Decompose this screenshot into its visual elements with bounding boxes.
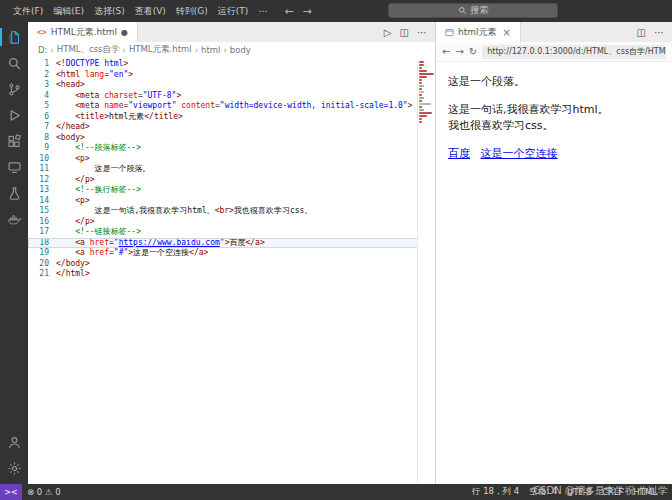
split-editor-icon[interactable]: ◫ [400, 27, 409, 38]
code-line[interactable]: 18 <a href="https://www.baidu.com">百度</a… [28, 238, 435, 249]
menu-item[interactable]: 查看(V) [130, 5, 171, 18]
minimap-line [419, 82, 422, 84]
status-bar-item[interactable]: CRLF [597, 487, 628, 497]
code-line[interactable]: 14 <p> [28, 196, 435, 207]
code-line-text: <meta name="viewport" content="width=dev… [56, 101, 412, 112]
menu-item[interactable]: 转到(G) [171, 5, 213, 18]
minimap-line [419, 97, 424, 99]
line-number: 8 [28, 133, 56, 144]
more-actions-icon[interactable]: ⋯ [417, 27, 427, 38]
code-line[interactable]: 19 <a href="#">这是一个空连接</a> [28, 248, 435, 259]
code-line-text: <a href="#">这是一个空连接</a> [56, 248, 208, 259]
code-line-text: <!DOCTYPE html> [56, 59, 128, 70]
search-box[interactable]: 搜索 [388, 3, 558, 18]
minimap-line [419, 100, 422, 102]
minimap-line [419, 103, 431, 105]
code-line[interactable]: 16 </p> [28, 217, 435, 228]
code-line[interactable]: 17 <!--链接标签--> [28, 227, 435, 238]
activity-bar-top [0, 24, 28, 232]
menu-bar: 文件(F)编辑(E)选择(S)查看(V)转到(G)运行(T)⋯ [0, 5, 272, 18]
code-line-text: <body> [56, 133, 85, 144]
minimap[interactable] [417, 59, 435, 484]
settings-gear-icon[interactable] [0, 455, 28, 481]
source-control-icon[interactable] [0, 76, 28, 102]
line-number: 2 [28, 70, 56, 81]
menu-item[interactable]: 运行(T) [213, 5, 254, 18]
back-arrow-icon[interactable]: ← [284, 5, 293, 18]
explorer-icon[interactable] [0, 24, 28, 50]
breadcrumb-item[interactable]: body [230, 45, 251, 55]
split-preview-icon[interactable]: ◫ [637, 27, 646, 38]
minimap-line [419, 106, 422, 108]
code-line[interactable]: 4 <meta charset="UTF-8"> [28, 91, 435, 102]
minimap-line [419, 73, 434, 75]
code-line[interactable]: 7</head> [28, 122, 435, 133]
code-line[interactable]: 3<head> [28, 80, 435, 91]
preview-back-icon[interactable]: ← [442, 46, 450, 57]
status-bar-item[interactable]: UTF-8 [562, 487, 597, 497]
refresh-icon[interactable]: ↻ [469, 46, 477, 57]
preview-more-icon[interactable]: ⋯ [654, 27, 664, 38]
code-line[interactable]: 9 <!--段落标签--> [28, 143, 435, 154]
editor-tab[interactable]: <> HTML元素.html ● [28, 22, 138, 42]
run-debug-icon[interactable] [0, 102, 28, 128]
code-line[interactable]: 2<html lang="en"> [28, 70, 435, 81]
problems-indicator[interactable]: ⊗ 0 ⚠ 0 [22, 487, 66, 497]
status-bar-item[interactable]: 行 18，列 4 [467, 486, 524, 498]
test-beaker-icon[interactable] [0, 180, 28, 206]
minimap-line [419, 91, 424, 93]
code-line[interactable]: 5 <meta name="viewport" content="width=d… [28, 101, 435, 112]
search-icon[interactable] [0, 50, 28, 76]
empty-link[interactable]: 这是一个空连接 [481, 147, 558, 160]
baidu-link[interactable]: 百度 [448, 147, 470, 160]
line-number: 6 [28, 112, 56, 123]
code-line-text: 这是一句话,我很喜欢学习html。<br>我也很喜欢学习css。 [56, 206, 312, 217]
code-line-text: </p> [56, 217, 95, 228]
run-preview-icon[interactable]: ▷ [384, 27, 392, 38]
forward-arrow-icon[interactable]: → [303, 5, 312, 18]
extensions-icon[interactable] [0, 128, 28, 154]
code-line-text: <!--换行标签--> [56, 185, 141, 196]
breadcrumb-item[interactable]: HTML元素.html [129, 44, 192, 56]
code-line[interactable]: 20</body> [28, 259, 435, 270]
code-line-text: </body> [56, 259, 90, 270]
breadcrumb-item[interactable]: D: [38, 45, 47, 55]
menu-item[interactable]: 选择(S) [89, 5, 130, 18]
url-bar[interactable]: http://127.0.0.1:3000/d:/HTML、css自学/HTML… [482, 45, 666, 59]
breadcrumb-item[interactable]: HTML、css自学 [57, 44, 120, 56]
line-number: 10 [28, 154, 56, 165]
code-line[interactable]: 6 <title>html元素</title> [28, 112, 435, 123]
menu-item[interactable]: ⋯ [253, 6, 272, 16]
code-line[interactable]: 8<body> [28, 133, 435, 144]
code-line[interactable]: 21</html> [28, 269, 435, 280]
breadcrumb-separator: › [223, 45, 226, 55]
line-number: 18 [28, 238, 56, 249]
minimap-line [419, 115, 427, 117]
breadcrumb-item[interactable]: html [201, 45, 220, 55]
code-editor[interactable]: 1<!DOCTYPE html>2<html lang="en">3<head>… [28, 57, 435, 484]
account-icon[interactable] [0, 429, 28, 455]
preview-file-icon [445, 28, 454, 37]
close-icon[interactable]: × [501, 27, 511, 38]
preview-tab[interactable]: html元素 × [436, 22, 521, 42]
code-line[interactable]: 10 <p> [28, 154, 435, 165]
code-line[interactable]: 15 这是一句话,我很喜欢学习html。<br>我也很喜欢学习css。 [28, 206, 435, 217]
remote-indicator[interactable]: >< [0, 484, 22, 500]
search-icon [458, 6, 467, 15]
docker-icon[interactable] [0, 206, 28, 232]
code-line[interactable]: 12 </p> [28, 175, 435, 186]
menu-item[interactable]: 编辑(E) [48, 5, 89, 18]
status-bar-item[interactable]: HTML [628, 487, 662, 497]
code-lines: 1<!DOCTYPE html>2<html lang="en">3<head>… [28, 59, 435, 280]
menu-item[interactable]: 文件(F) [8, 5, 48, 18]
code-line[interactable]: 13 <!--换行标签--> [28, 185, 435, 196]
remote-explorer-icon[interactable] [0, 154, 28, 180]
preview-forward-icon[interactable]: → [455, 46, 463, 57]
code-line-text: <head> [56, 80, 85, 91]
status-bar-item[interactable]: 空格: 4 [524, 486, 562, 498]
code-line[interactable]: 11 这是一个段落。 [28, 164, 435, 175]
code-line[interactable]: 1<!DOCTYPE html> [28, 59, 435, 70]
modified-dot-icon[interactable]: ● [121, 28, 128, 37]
line-number: 19 [28, 248, 56, 259]
line-number: 9 [28, 143, 56, 154]
